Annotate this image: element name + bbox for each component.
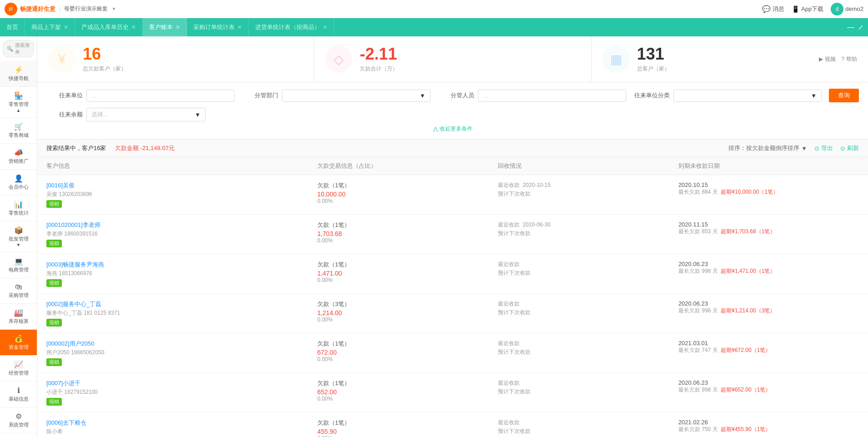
logo-area: 好 畅捷通好生意 [5, 3, 55, 15]
due-cell-5: 2020.06.23 最长欠款 998 天 超期¥652.00（1笔） [678, 379, 859, 394]
refresh-btn[interactable]: ⊙ 刷新 [840, 144, 859, 152]
tab-expand-icon[interactable]: ⤢ [858, 24, 863, 31]
app-download-btn[interactable]: 📱 App下载 [792, 5, 823, 13]
sidebar-item-retail-stats-label: 零售统计 [3, 210, 34, 216]
tab-purchase-order-close[interactable]: ✕ [237, 24, 242, 30]
recovery-cell-2: 最近收款 预计下次收款 [498, 261, 678, 277]
sidebar-item-retail-mall[interactable]: 🛒 零售商城 [0, 118, 37, 144]
from-unit-input[interactable]: ... [86, 90, 235, 102]
company-name[interactable]: 母婴行业演示账套 [64, 5, 108, 13]
manager-dots: ... [483, 92, 488, 99]
sidebar-item-member-center[interactable]: 👤 会员中心 [0, 170, 37, 196]
sidebar-item-finance[interactable]: 💰 资金管理 [0, 330, 37, 356]
customer-tag-1: 现销 [46, 240, 62, 247]
debt-cell-3: 欠款（3笔） 1,214.00 0.00% [317, 300, 498, 323]
export-btn[interactable]: ⊙ 导出 [814, 144, 833, 152]
tab-production-history[interactable]: 产成品入库单历史 ✕ [75, 18, 143, 36]
debt-count-2: 欠款（1笔） [317, 261, 498, 269]
filter-manager: 分管人员 ... [438, 90, 626, 102]
filter-unit-type-label: 往来单位分类 [633, 91, 670, 100]
batch-mgmt-icon: 📦 [3, 226, 34, 235]
overdue-days-6: 最长欠款 750 天 超期¥455.90（1笔） [678, 426, 859, 433]
view-btn[interactable]: ▶ 视频 [819, 55, 836, 63]
recovery-cell-4: 最近收款 预计下次收款 [498, 340, 678, 356]
sidebar-item-purchase-mgmt[interactable]: 🛍 采购管理 [0, 278, 37, 304]
recovery-next-0: 预计下次收款 [498, 190, 678, 198]
customer-name-3[interactable]: [0002]服务中心_丁磊 [46, 300, 317, 308]
sidebar-item-enterprise-collab[interactable]: 🤝 企业协同 [0, 433, 37, 437]
tab-customer-account-close[interactable]: ✕ [176, 24, 180, 30]
customer-name-2[interactable]: [0003]畅捷服务尹海燕 [46, 261, 317, 269]
avatar: d [831, 3, 843, 15]
sidebar-item-operations[interactable]: 📈 经营管理 [0, 356, 37, 382]
table-row: [000002]用户2050 用户2050 18665062050 现销 欠款（… [37, 333, 868, 373]
sort-arrow: ▼ [801, 145, 807, 152]
customer-name-1[interactable]: [0001020001]李老师 [46, 221, 317, 229]
manager-input[interactable]: ... [478, 90, 626, 102]
tab-minimize-icon[interactable]: — [847, 23, 854, 31]
sidebar-item-marketing[interactable]: 📣 营销推广 [0, 144, 37, 170]
customer-name-6[interactable]: [0006]去下粮仓 [46, 419, 317, 427]
company-arrow[interactable]: ▼ [111, 6, 116, 11]
sidebar-item-retail-mgmt-label: 零售管理 [3, 101, 34, 108]
retail-mall-icon: 🛒 [3, 122, 34, 131]
message-icon: 💬 [762, 5, 771, 13]
overdue-amount-6: 超期¥455.90（1笔） [721, 426, 771, 432]
filter-balance-label: 往来余额 [46, 111, 83, 119]
sidebar-item-retail-mall-label: 零售商城 [3, 132, 34, 139]
stats-row: ¥ 16 总欠款客户（家） ◇ -2.11 欠款合计（万） ▦ 131 总客户（… [37, 36, 868, 82]
tab-purchase-order[interactable]: 采购订单统计表 ✕ [187, 18, 249, 36]
sidebar-search-box[interactable]: 🔍 搜索菜单 [3, 40, 34, 57]
customer-name-5[interactable]: [0007]小进干 [46, 379, 317, 387]
tab-products-off[interactable]: 商品上下架 ✕ [25, 18, 75, 36]
sidebar-item-retail-stats[interactable]: 📊 零售统计 [0, 196, 37, 221]
debt-pct-1: 0.00% [317, 237, 498, 244]
results-info: 搜索结果中，客户16家 欠款金额 -21,148.07元 [46, 144, 175, 152]
sidebar-item-basic-info[interactable]: ℹ 基础信息 [0, 382, 37, 407]
debt-count-6: 欠款（1笔） [317, 419, 498, 427]
sidebar-item-inventory[interactable]: 🏭 库存核算 [0, 304, 37, 330]
due-date-2: 2020.06.23 [678, 261, 859, 267]
overdue-days-1: 最长欠款 853 天 超期¥1,703.68（1笔） [678, 228, 859, 236]
message-btn[interactable]: 💬 消息 [762, 5, 784, 13]
col-header-due: 到期未收款日期 [678, 162, 859, 170]
sidebar-item-retail-mgmt[interactable]: 🏪 零售管理 ▲ [0, 87, 37, 118]
sidebar-item-batch-mgmt[interactable]: 📦 批发管理 ▼ [0, 221, 37, 252]
recovery-label-5: 最近收款 [498, 379, 678, 387]
tab-home[interactable]: 首页 [0, 18, 25, 36]
retail-mgmt-arrow: ▲ [3, 108, 34, 113]
due-cell-4: 2021.03.01 最长欠款 747 天 超期¥672.00（1笔） [678, 340, 859, 354]
customer-name-0[interactable]: [0016]吴俊 [46, 181, 317, 190]
app-download-label: App下载 [801, 5, 823, 13]
user-profile[interactable]: d demo2 [831, 3, 863, 15]
sort-selector[interactable]: 排序：按欠款金额倒序排序 ▼ [728, 144, 807, 152]
due-cell-1: 2020.11.15 最长欠款 853 天 超期¥1,703.68（1笔） [678, 221, 859, 236]
recovery-cell-1: 最近收款 2020-06-30 预计下次收款 [498, 221, 678, 237]
sidebar-item-ecommerce[interactable]: 💻 电商管理 [0, 252, 37, 278]
stat-label-debt-customers: 总欠款客户（家） [83, 65, 126, 73]
collapse-btn[interactable]: ⋀ 收起更多条件 [433, 125, 472, 133]
due-date-4: 2021.03.01 [678, 340, 859, 347]
stat-card-total-debt-info: -2.11 欠款合计（万） [360, 46, 398, 73]
balance-placeholder: 选择... [91, 111, 108, 119]
unit-type-select[interactable]: ▼ [673, 90, 822, 102]
tab-products-off-close[interactable]: ✕ [64, 24, 68, 30]
refresh-label: 刷新 [847, 144, 859, 152]
query-button[interactable]: 查询 [829, 89, 859, 102]
sidebar-item-marketing-label: 营销推广 [3, 158, 34, 165]
user-name: demo2 [845, 5, 863, 12]
tab-incoming-summary-label: 进货单统计表（按商品） [255, 23, 320, 31]
sidebar-item-system-mgmt[interactable]: ⚙ 系统管理 [0, 407, 37, 433]
dept-select[interactable]: ▼ [282, 90, 430, 102]
tab-customer-account[interactable]: 客户账本 ✕ [143, 18, 187, 36]
tab-incoming-summary[interactable]: 进货单统计表（按商品） ✕ [249, 18, 334, 36]
retail-mgmt-icon: 🏪 [3, 91, 34, 100]
customer-name-4[interactable]: [000002]用户2050 [46, 340, 317, 348]
tab-incoming-summary-close[interactable]: ✕ [323, 24, 327, 30]
balance-select[interactable]: 选择... ▼ [86, 108, 206, 121]
debt-pct-3: 0.00% [317, 316, 498, 323]
sidebar-item-quick-nav[interactable]: ⚡ 快捷导航 [0, 61, 37, 87]
tab-production-history-close[interactable]: ✕ [131, 24, 136, 30]
help-btn[interactable]: ? 帮助 [841, 55, 857, 63]
debt-pct-4: 0.00% [317, 356, 498, 362]
